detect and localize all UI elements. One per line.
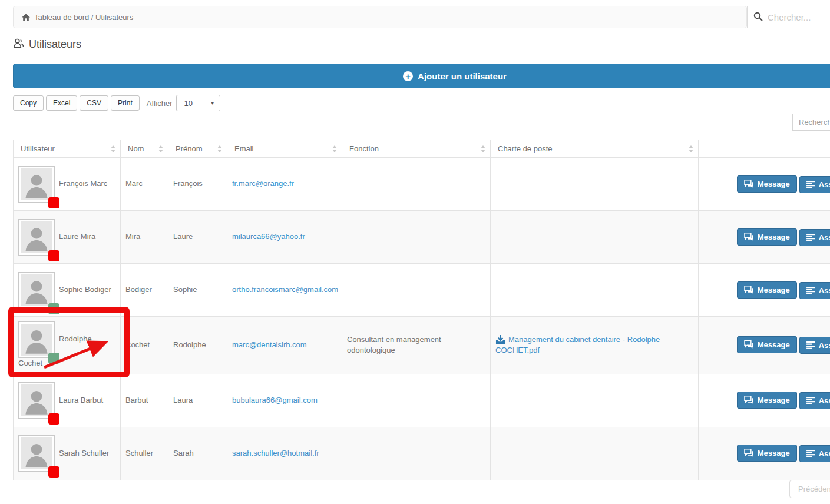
email-cell: ortho.francoismarc@gmail.com [227, 264, 342, 317]
assign-button[interactable]: Assigner [799, 282, 830, 299]
actions-cell: MessageAssigner [699, 158, 830, 211]
column-header-charte[interactable]: Charte de poste [491, 140, 699, 158]
assign-button-label: Assigner [819, 286, 830, 295]
charte-link[interactable]: Management du cabinet dentaire - Rodolph… [495, 335, 660, 355]
email-link[interactable]: ortho.francoismarc@gmail.com [232, 285, 338, 294]
fonction-cell [342, 374, 491, 427]
excel-button[interactable]: Excel [46, 95, 77, 111]
assign-button[interactable]: Assigner [799, 392, 830, 409]
email-cell: marc@dentalsirh.com [227, 317, 342, 374]
print-button[interactable]: Print [111, 95, 140, 111]
message-icon [744, 340, 754, 349]
status-indicator [48, 353, 59, 364]
plus-circle-icon: + [403, 71, 413, 81]
avatar [18, 272, 55, 309]
user-cell: Laura Barbut [14, 374, 121, 427]
charte-cell [491, 211, 699, 264]
status-indicator [48, 250, 59, 261]
column-header-email[interactable]: Email [227, 140, 342, 158]
email-link[interactable]: marc@dentalsirh.com [232, 340, 307, 349]
csv-button[interactable]: CSV [80, 95, 108, 111]
table-header-row: Utilisateur Nom Prénom Email Fonction Ch… [14, 140, 830, 158]
column-header-nom[interactable]: Nom [121, 140, 168, 158]
email-link[interactable]: fr.marc@orange.fr [232, 179, 294, 188]
user-cell: RodolpheCochet [14, 317, 121, 374]
add-user-button[interactable]: + Ajouter un utilisateur [13, 64, 830, 88]
fonction-cell: Consultant en management odontologique [342, 317, 491, 374]
download-icon [495, 335, 505, 344]
users-table-body: François Marc Marc François fr.marc@oran… [14, 158, 830, 480]
email-cell: fr.marc@orange.fr [227, 158, 342, 211]
user-cell: François Marc [14, 158, 121, 211]
top-bar: Tableau de bord / Utilisateurs [13, 6, 830, 28]
users-table-wrap: Utilisateur Nom Prénom Email Fonction Ch… [13, 140, 830, 480]
avatar [18, 321, 55, 358]
home-icon [22, 14, 30, 21]
column-header-utilisateur[interactable]: Utilisateur [14, 140, 121, 158]
email-link[interactable]: milaurca66@yahoo.fr [232, 232, 305, 241]
copy-button[interactable]: Copy [13, 95, 44, 111]
email-link[interactable]: sarah.schuller@hotmail.fr [232, 449, 319, 457]
user-display-name: François Marc [59, 179, 107, 188]
assign-button[interactable]: Assigner [799, 445, 830, 462]
sort-icon [111, 145, 115, 152]
message-icon [744, 180, 754, 188]
table-row: Laura Barbut Barbut Laura bubulaura66@gm… [14, 374, 830, 427]
assign-icon [806, 397, 815, 404]
nom-cell: Barbut [121, 374, 168, 427]
user-display-name: Laura Barbut [59, 396, 103, 404]
pagination-previous-button[interactable]: Précédent [789, 480, 830, 498]
charte-link-wrap: Management du cabinet dentaire - Rodolph… [495, 335, 660, 355]
prenom-cell: Sophie [168, 264, 227, 317]
user-cell: Laure Mira [14, 211, 121, 264]
nom-cell: Marc [121, 158, 168, 211]
message-button[interactable]: Message [737, 392, 797, 409]
message-button[interactable]: Message [737, 445, 797, 462]
status-indicator [48, 413, 59, 425]
status-indicator [48, 197, 59, 208]
message-button-label: Message [758, 233, 790, 241]
nom-cell: Bodiger [121, 264, 168, 317]
table-search-input[interactable] [792, 114, 830, 131]
email-link[interactable]: bubulaura66@gmail.com [232, 396, 318, 404]
global-search-box [747, 6, 830, 28]
message-button-label: Message [758, 180, 790, 188]
email-cell: milaurca66@yahoo.fr [227, 211, 342, 264]
charte-cell [491, 264, 699, 317]
assign-button-label: Assigner [819, 396, 830, 405]
actions-cell: MessageAssigner [699, 317, 830, 374]
column-header-prenom[interactable]: Prénom [168, 140, 227, 158]
assign-button-label: Assigner [819, 233, 830, 242]
assign-button[interactable]: Assigner [799, 229, 830, 246]
message-button-label: Message [758, 286, 790, 294]
sort-icon [481, 145, 485, 152]
status-indicator [48, 303, 59, 314]
email-cell: sarah.schuller@hotmail.fr [227, 427, 342, 480]
avatar [18, 382, 55, 419]
charte-cell [491, 158, 699, 211]
caret-down-icon: ▼ [210, 101, 215, 106]
fonction-cell [342, 158, 491, 211]
message-button[interactable]: Message [737, 281, 797, 299]
assign-button[interactable]: Assigner [799, 176, 830, 193]
breadcrumb[interactable]: Tableau de bord / Utilisateurs [13, 6, 747, 28]
search-icon [753, 12, 763, 23]
actions-cell: MessageAssigner [699, 264, 830, 317]
page-length-select[interactable]: 10 ▼ [176, 95, 220, 111]
column-header-fonction[interactable]: Fonction [342, 140, 491, 158]
table-row: RodolpheCochet Cochet Rodolphe marc@dent… [14, 317, 830, 374]
users-icon [13, 38, 24, 51]
assign-icon [806, 450, 815, 457]
assign-icon [806, 287, 815, 294]
assign-button[interactable]: Assigner [799, 337, 830, 354]
global-search-input[interactable] [768, 12, 830, 22]
assign-icon [806, 181, 815, 188]
column-header-actions [699, 140, 830, 158]
prenom-cell: Laura [168, 374, 227, 427]
message-button[interactable]: Message [737, 175, 797, 193]
message-button[interactable]: Message [737, 336, 797, 353]
user-cell: Sarah Schuller [14, 427, 121, 480]
message-button[interactable]: Message [737, 228, 797, 246]
page-title-row: Utilisateurs [13, 38, 830, 51]
email-cell: bubulaura66@gmail.com [227, 374, 342, 427]
